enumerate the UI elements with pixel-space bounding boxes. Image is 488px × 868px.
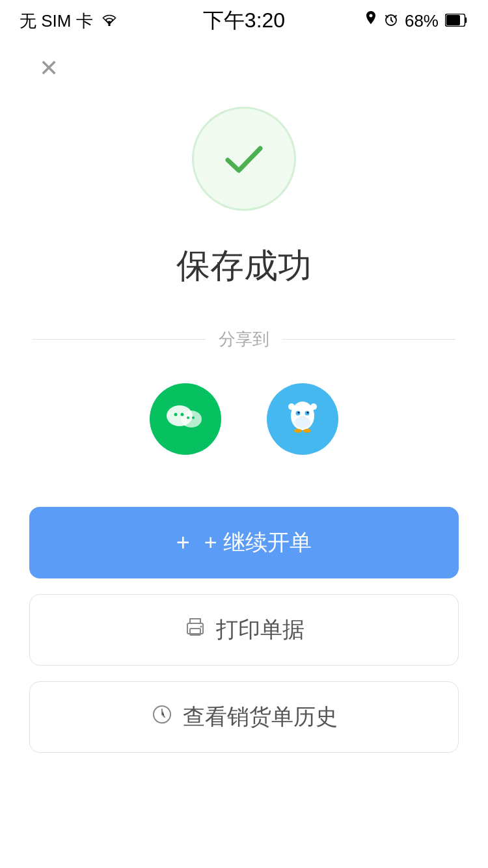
success-title: 保存成功	[176, 243, 312, 289]
svg-point-5	[181, 411, 202, 427]
history-button[interactable]: 查看销货单历史	[29, 681, 459, 753]
plus-icon: +	[176, 529, 190, 556]
svg-point-20	[310, 403, 317, 410]
print-icon	[183, 616, 207, 644]
alarm-icon	[384, 11, 398, 31]
battery-icon	[445, 11, 468, 31]
status-right: 68%	[364, 11, 468, 31]
print-button[interactable]: 打印单据	[29, 594, 459, 666]
share-divider: 分享到	[0, 328, 488, 351]
svg-point-16	[295, 416, 310, 428]
close-icon: ✕	[39, 57, 59, 80]
svg-point-6	[174, 413, 178, 416]
sim-text: 无 SIM 卡	[20, 10, 93, 33]
success-circle	[192, 107, 296, 211]
svg-point-13	[298, 412, 300, 414]
checkmark-icon	[218, 133, 270, 185]
history-icon	[150, 703, 174, 731]
print-label: 打印单据	[216, 615, 305, 645]
svg-point-7	[181, 413, 184, 416]
close-button[interactable]: ✕	[33, 52, 65, 85]
svg-point-18	[303, 429, 311, 433]
svg-point-17	[294, 429, 302, 433]
svg-point-9	[192, 416, 195, 419]
share-icons	[150, 383, 338, 455]
status-bar: 无 SIM 卡 下午3:20 68%	[0, 0, 488, 42]
divider-line-right	[282, 339, 455, 340]
wechat-share-button[interactable]	[150, 383, 221, 455]
divider-line-left	[33, 339, 206, 340]
continue-label: + 继续开单	[204, 528, 312, 558]
svg-point-0	[108, 23, 111, 26]
wifi-icon	[100, 11, 119, 31]
svg-point-19	[288, 403, 295, 410]
share-label: 分享到	[206, 328, 282, 351]
status-left: 无 SIM 卡	[20, 10, 119, 33]
main-content: 保存成功 分享到	[0, 42, 488, 753]
svg-point-14	[307, 412, 309, 414]
history-label: 查看销货单历史	[183, 702, 338, 732]
svg-point-8	[187, 416, 189, 419]
svg-rect-3	[446, 15, 460, 25]
svg-point-23	[200, 626, 202, 628]
qq-share-button[interactable]	[267, 383, 338, 455]
location-icon	[364, 11, 377, 31]
continue-button[interactable]: + + 继续开单	[29, 507, 459, 578]
action-buttons: + + 继续开单 打印单据 查看销货单历	[29, 507, 459, 753]
battery-text: 68%	[405, 11, 439, 31]
status-time: 下午3:20	[203, 7, 285, 35]
